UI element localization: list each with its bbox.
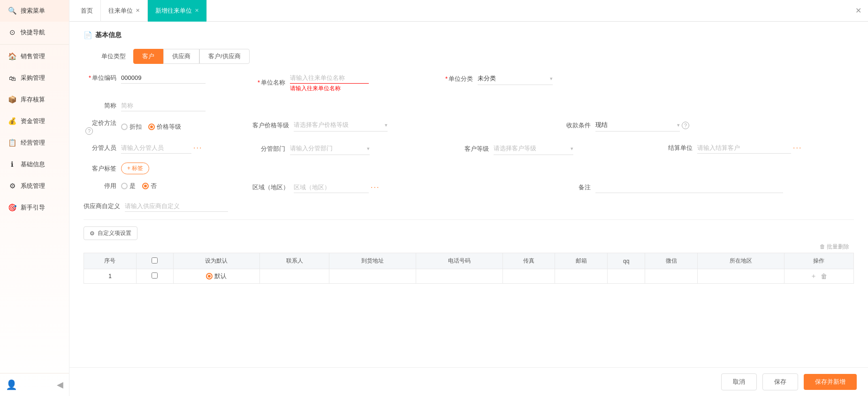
col-contact: 联系人	[260, 253, 329, 269]
tag-label: 客户标签	[84, 164, 121, 173]
sidebar-item-operations[interactable]: 📋 经营管理	[0, 132, 69, 154]
finance-icon: 💰	[8, 116, 17, 126]
basic-info-icon: ℹ	[8, 160, 17, 169]
manager-input[interactable]	[121, 142, 191, 154]
row-default-radio-label[interactable]: 默认	[176, 272, 257, 280]
row-pricing: 定价方法 ? 折扣 价格等级	[84, 119, 854, 135]
row-code-name-cat: *单位编码 *单位名称 请输入往来单位名称	[84, 72, 854, 93]
table-body: 1 默认	[84, 269, 854, 284]
shortname-input[interactable]	[121, 100, 206, 111]
sidebar-item-finance[interactable]: 💰 资金管理	[0, 110, 69, 132]
sidebar-item-label: 基础信息	[21, 160, 45, 169]
dept-select[interactable]: 请输入分管部门 ▾	[290, 142, 370, 155]
save-and-new-button[interactable]: 保存并新增	[804, 374, 857, 390]
sales-icon: 🏠	[8, 52, 17, 61]
sidebar-item-purchase[interactable]: 🛍 采购管理	[0, 67, 69, 89]
field-payment-terms: 收款条件 现结 ▾ ?	[558, 119, 854, 132]
pricing-help[interactable]: ?	[85, 127, 93, 135]
sidebar-item-quicknav[interactable]: ⊙ 快捷导航	[0, 22, 69, 43]
col-email: 邮箱	[555, 253, 608, 269]
field-shortname: 简称	[84, 100, 243, 111]
sidebar-item-basic-info[interactable]: ℹ 基础信息	[0, 154, 69, 175]
code-input[interactable]	[121, 72, 206, 84]
row-email	[555, 269, 608, 284]
name-label: *单位名称	[252, 78, 290, 87]
section-icon: 📄	[84, 31, 92, 39]
row-fax	[503, 269, 555, 284]
payment-select[interactable]: 现结 ▾	[595, 119, 680, 132]
disable-yes[interactable]: 是	[121, 182, 136, 190]
region-dots[interactable]: ···	[369, 183, 381, 192]
cancel-button[interactable]: 取消	[721, 373, 757, 390]
add-row-button[interactable]: ＋	[810, 272, 817, 280]
save-button[interactable]: 保存	[762, 373, 798, 390]
unit-type-btn-group: 客户 供应商 客户/供应商	[133, 49, 250, 64]
select-all-checkbox[interactable]	[152, 257, 158, 264]
name-input[interactable]	[290, 72, 369, 84]
disable-no[interactable]: 否	[142, 182, 157, 190]
sidebar-item-inventory[interactable]: 📦 库存核算	[0, 89, 69, 110]
custom-settings-button[interactable]: ⚙ 自定义项设置	[84, 226, 137, 240]
supplier-custom-input[interactable]	[125, 201, 228, 212]
dept-label: 分管部门	[252, 145, 290, 153]
sidebar-item-sys-mgmt[interactable]: ⚙ 系统管理	[0, 175, 69, 197]
settlement-input[interactable]	[697, 142, 791, 154]
table-header-row: 序号 设为默认 联系人 到货地址 电话号码 传真 邮箱 qq 微信 所在地区 操…	[84, 253, 854, 269]
unit-type-row: 单位类型 客户 供应商 客户/供应商	[84, 49, 854, 64]
purchase-icon: 🛍	[8, 73, 17, 83]
table-section: ⚙ 自定义项设置 🗑 批量删除 序号 设为默认 联系人 到货地址	[84, 219, 854, 284]
col-checkbox	[136, 253, 173, 269]
field-manager: 分管人员 ···	[84, 142, 243, 154]
row-checkbox[interactable]	[152, 272, 158, 279]
disable-yes-radio[interactable]	[121, 183, 128, 189]
settlement-dots[interactable]: ···	[791, 144, 804, 152]
row-customer-tag: 客户标签 + 标签	[84, 163, 854, 174]
add-tag-button[interactable]: + 标签	[121, 163, 149, 174]
customer-level-select[interactable]: 请选择客户等级 ▾	[494, 142, 573, 155]
tab-new-partner-close[interactable]: ✕	[195, 8, 199, 14]
unit-type-supplier[interactable]: 供应商	[163, 49, 199, 64]
unit-type-customer[interactable]: 客户	[133, 49, 163, 64]
name-error: 请输入往来单位名称	[290, 85, 369, 93]
payment-chevron: ▾	[677, 122, 680, 128]
row-no: 1	[84, 269, 137, 284]
sidebar-bottom: 👤 ◀	[0, 373, 69, 396]
search-menu-icon: 🔍	[8, 6, 17, 16]
sidebar-item-label: 库存核算	[21, 95, 45, 104]
field-customer-level: 客户等级 请选择客户等级 ▾	[456, 142, 650, 155]
sidebar-item-guide[interactable]: 🎯 新手引导	[0, 197, 69, 218]
section-title: 📄 基本信息	[84, 31, 854, 39]
tab-partners-close[interactable]: ✕	[136, 8, 140, 14]
field-name: *单位名称 请输入往来单位名称	[252, 72, 431, 93]
tab-new-partner[interactable]: 新增往来单位 ✕	[148, 0, 207, 22]
sidebar-item-search[interactable]: 🔍 搜索菜单	[0, 0, 69, 22]
payment-value: 现结	[595, 121, 675, 129]
form-container: 📄 基本信息 单位类型 客户 供应商 客户/供应商 *单位编码	[69, 22, 868, 293]
notes-input[interactable]	[595, 182, 783, 193]
price-level-select[interactable]: 请选择客户价格等级 ▾	[294, 119, 388, 132]
category-select[interactable]: 未分类 ▾	[478, 72, 553, 85]
close-all-tabs[interactable]: ✕	[849, 6, 868, 15]
sidebar-item-label: 资金管理	[21, 117, 45, 125]
row-checkbox-cell	[136, 269, 173, 284]
delete-row-button[interactable]: 🗑	[821, 272, 827, 280]
sidebar-item-sales[interactable]: 🏠 销售管理	[0, 46, 69, 67]
settlement-label: 结算单位	[660, 144, 697, 152]
pricing-discount-radio[interactable]	[121, 124, 128, 130]
disable-no-radio[interactable]	[142, 183, 149, 189]
disable-label: 停用	[84, 182, 121, 190]
payment-help[interactable]: ?	[682, 122, 689, 129]
operations-icon: 📋	[8, 138, 17, 148]
unit-type-both[interactable]: 客户/供应商	[199, 49, 250, 64]
region-input[interactable]	[294, 182, 369, 193]
pricing-level[interactable]: 价格等级	[148, 123, 181, 131]
tab-home[interactable]: 首页	[73, 0, 101, 22]
pricing-discount[interactable]: 折扣	[121, 123, 142, 131]
manager-dots[interactable]: ···	[191, 144, 204, 152]
tab-partners[interactable]: 往来单位 ✕	[101, 0, 148, 22]
row-default-radio[interactable]	[206, 273, 213, 280]
customer-level-chevron: ▾	[571, 146, 573, 152]
sidebar-expand-icon: ◀	[57, 380, 63, 390]
pricing-level-radio[interactable]	[148, 124, 155, 130]
customer-level-label: 客户等级	[456, 145, 494, 153]
